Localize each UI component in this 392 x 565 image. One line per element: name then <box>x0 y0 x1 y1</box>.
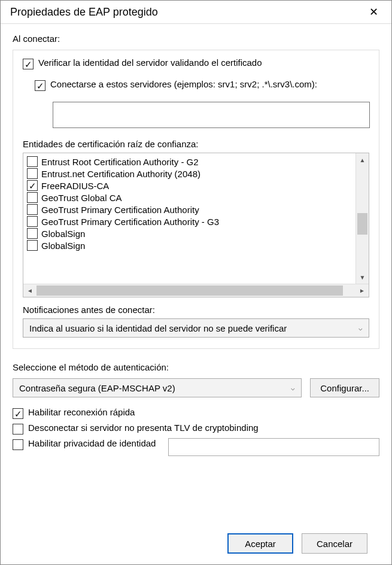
list-item[interactable]: GlobalSign <box>25 227 354 239</box>
identity-privacy-checkbox[interactable] <box>13 439 23 450</box>
hscroll-track[interactable] <box>37 284 355 297</box>
ca-item-label: Entrust Root Certification Authority - G… <box>41 157 199 167</box>
ca-listbox-body: Entrust Root Certification Authority - G… <box>23 153 369 284</box>
list-item[interactable]: Entrust Root Certification Authority - G… <box>25 156 354 168</box>
dialog-content: Al conectar: Verificar la identidad del … <box>1 24 391 564</box>
fast-reconnect-checkbox[interactable] <box>13 408 23 419</box>
list-item[interactable]: Entrust.net Certification Authority (204… <box>25 168 354 180</box>
notifications-dropdown[interactable]: Indica al usuario si la identidad del se… <box>23 318 369 338</box>
identity-privacy-checkbox-row[interactable]: Habilitar privacidad de identidad <box>13 438 162 450</box>
ca-item-checkbox[interactable] <box>27 192 38 203</box>
hscroll-thumb[interactable] <box>37 285 343 296</box>
dialog-window: Propiedades de EAP protegido ✕ Al conect… <box>0 0 392 565</box>
connect-servers-checkbox[interactable] <box>35 80 45 91</box>
auth-method-label: Seleccione el método de autenticación: <box>13 362 379 372</box>
connect-label: Al conectar: <box>13 34 379 44</box>
close-icon[interactable]: ✕ <box>364 5 383 19</box>
disconnect-tlv-checkbox[interactable] <box>13 424 23 435</box>
fast-reconnect-row[interactable]: Habilitar reconexión rápida <box>13 407 379 419</box>
scroll-right-icon[interactable]: ► <box>355 284 369 297</box>
list-item[interactable]: GeoTrust Global CA <box>25 192 354 203</box>
scroll-thumb[interactable] <box>357 213 367 235</box>
ca-item-checkbox[interactable] <box>27 228 38 239</box>
list-item[interactable]: GlobalSign <box>25 239 354 251</box>
scroll-left-icon[interactable]: ◄ <box>23 284 37 297</box>
connect-servers-label: Conectarse a estos servidores (ejemplos:… <box>50 79 317 89</box>
list-item[interactable]: GeoTrust Primary Certification Authority <box>25 203 354 215</box>
ca-item-label: GeoTrust Primary Certification Authority… <box>41 217 219 227</box>
ca-item-label: GlobalSign <box>41 241 85 251</box>
auth-method-row: Contraseña segura (EAP-MSCHAP v2) ⌵ Conf… <box>13 378 379 397</box>
connect-servers-group: Conectarse a estos servidores (ejemplos:… <box>35 79 369 139</box>
identity-privacy-input[interactable] <box>168 438 379 456</box>
scroll-track[interactable] <box>356 166 369 271</box>
list-item[interactable]: FreeRADIUS-CA <box>25 180 354 192</box>
connect-servers-input[interactable] <box>53 102 370 128</box>
ca-item-label: GeoTrust Global CA <box>41 193 122 203</box>
dialog-title: Propiedades de EAP protegido <box>10 6 158 19</box>
disconnect-tlv-label: Desconectar si servidor no presenta TLV … <box>28 423 259 433</box>
verify-identity-label: Verificar la identidad del servidor vali… <box>38 57 262 68</box>
trusted-ca-label: Entidades de certificación raíz de confi… <box>23 139 369 149</box>
titlebar: Propiedades de EAP protegido ✕ <box>1 1 391 24</box>
connect-servers-checkbox-row[interactable]: Conectarse a estos servidores (ejemplos:… <box>35 79 369 91</box>
horizontal-scrollbar[interactable]: ◄ ► <box>23 284 369 297</box>
notifications-label: Notificaciones antes de conectar: <box>23 305 369 315</box>
ca-listbox: Entrust Root Certification Authority - G… <box>23 153 369 297</box>
auth-method-dropdown[interactable]: Contraseña segura (EAP-MSCHAP v2) ⌵ <box>13 378 302 397</box>
identity-privacy-row: Habilitar privacidad de identidad <box>13 438 379 456</box>
options-group: Habilitar reconexión rápida Desconectar … <box>13 407 379 456</box>
scroll-up-icon[interactable]: ▲ <box>356 153 369 166</box>
cancel-button[interactable]: Cancelar <box>302 533 367 554</box>
ca-item-label: FreeRADIUS-CA <box>41 181 109 191</box>
ca-item-label: Entrust.net Certification Authority (204… <box>41 169 200 179</box>
configure-button[interactable]: Configurar... <box>310 378 379 397</box>
verify-identity-checkbox[interactable] <box>23 59 34 69</box>
verify-fieldset: Verificar la identidad del servidor vali… <box>13 50 379 349</box>
ca-item-checkbox[interactable] <box>27 168 38 179</box>
ca-item-checkbox[interactable] <box>27 180 38 191</box>
auth-method-value: Contraseña segura (EAP-MSCHAP v2) <box>19 383 175 393</box>
chevron-down-icon: ⌵ <box>291 384 295 392</box>
ca-item-checkbox[interactable] <box>27 204 38 215</box>
scroll-down-icon[interactable]: ▼ <box>356 271 369 284</box>
disconnect-tlv-row[interactable]: Desconectar si servidor no presenta TLV … <box>13 423 379 435</box>
ca-item-checkbox[interactable] <box>27 156 38 167</box>
dialog-footer: Aceptar Cancelar <box>13 524 379 564</box>
identity-privacy-label: Habilitar privacidad de identidad <box>28 438 156 448</box>
ca-item-label: GeoTrust Primary Certification Authority <box>41 205 199 215</box>
ca-listbox-items[interactable]: Entrust Root Certification Authority - G… <box>23 153 355 284</box>
ok-button[interactable]: Aceptar <box>227 533 293 554</box>
chevron-down-icon: ⌵ <box>358 324 363 332</box>
verify-identity-checkbox-row[interactable]: Verificar la identidad del servidor vali… <box>23 57 369 69</box>
ca-item-checkbox[interactable] <box>27 240 38 251</box>
vertical-scrollbar[interactable]: ▲ ▼ <box>355 153 369 284</box>
list-item[interactable]: GeoTrust Primary Certification Authority… <box>25 215 354 227</box>
fast-reconnect-label: Habilitar reconexión rápida <box>28 407 135 417</box>
ca-item-checkbox[interactable] <box>27 216 38 227</box>
notifications-value: Indica al usuario si la identidad del se… <box>29 323 287 333</box>
ca-item-label: GlobalSign <box>41 229 85 239</box>
